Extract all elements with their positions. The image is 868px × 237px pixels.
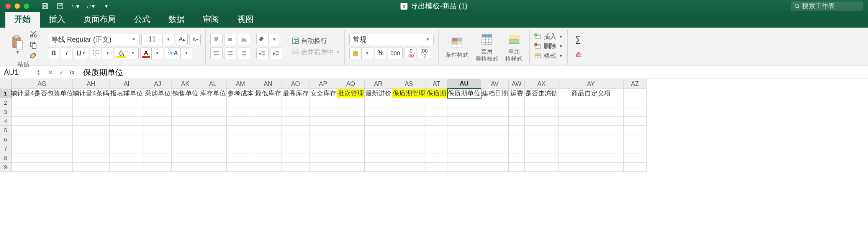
insert-cells-button[interactable]: 插入▼	[534, 32, 563, 41]
cell[interactable]	[624, 126, 647, 135]
italic-button[interactable]: I	[61, 48, 72, 59]
cell[interactable]	[481, 135, 509, 144]
formula-input[interactable]	[80, 68, 868, 77]
cell[interactable]	[558, 135, 624, 144]
row-header[interactable]: 7	[0, 144, 11, 153]
cell[interactable]	[144, 163, 172, 172]
cell[interactable]	[624, 144, 647, 153]
row-header[interactable]: 5	[0, 126, 11, 135]
cell[interactable]	[172, 144, 199, 153]
cell[interactable]	[199, 117, 227, 126]
cell[interactable]	[73, 135, 110, 144]
row-header[interactable]: 9	[0, 163, 11, 172]
cell[interactable]	[144, 107, 172, 117]
cell[interactable]	[172, 163, 199, 172]
cell[interactable]	[392, 126, 426, 135]
cell[interactable]	[426, 117, 447, 126]
cell[interactable]	[481, 163, 509, 172]
cell[interactable]	[110, 126, 144, 135]
cell[interactable]: 建档日期	[481, 89, 509, 98]
cell[interactable]: 是否走冻链	[525, 89, 558, 98]
column-header[interactable]: AR	[365, 79, 392, 89]
increase-font-button[interactable]: A▴	[176, 34, 188, 45]
cell[interactable]	[509, 144, 525, 153]
redo-icon[interactable]: ▾	[87, 2, 95, 10]
cell[interactable]	[624, 98, 647, 107]
tab-formulas[interactable]: 公式	[125, 11, 159, 28]
row-header[interactable]: 8	[0, 153, 11, 163]
cell[interactable]	[254, 107, 282, 117]
cell[interactable]	[365, 107, 392, 117]
column-header[interactable]: AK	[172, 79, 199, 89]
cell[interactable]: 保质期	[426, 89, 447, 98]
cell[interactable]	[337, 163, 365, 172]
cell[interactable]	[199, 126, 227, 135]
cell[interactable]	[282, 144, 310, 153]
cell[interactable]	[447, 144, 481, 153]
cell[interactable]	[337, 153, 365, 163]
cell[interactable]	[392, 98, 426, 107]
cell[interactable]	[481, 117, 509, 126]
cell[interactable]	[144, 135, 172, 144]
cell[interactable]	[227, 153, 254, 163]
cell[interactable]	[624, 163, 647, 172]
cell[interactable]	[310, 98, 337, 107]
cell[interactable]	[525, 107, 558, 117]
cell[interactable]	[11, 117, 73, 126]
wrap-text-button[interactable]: 自动换行	[292, 36, 340, 45]
cell[interactable]	[447, 107, 481, 117]
name-box[interactable]: AU1 ▲▼	[0, 66, 42, 79]
row-header[interactable]: 6	[0, 135, 11, 144]
cell[interactable]	[227, 144, 254, 153]
font-size-select[interactable]: 11▼	[141, 34, 174, 45]
cut-icon[interactable]	[29, 30, 38, 38]
cell[interactable]: 安全库存	[310, 89, 337, 98]
fill-color-button[interactable]: ▼	[115, 48, 139, 59]
cell[interactable]	[509, 117, 525, 126]
cell[interactable]	[426, 163, 447, 172]
save-icon[interactable]	[41, 2, 49, 10]
cell[interactable]: 最高库存	[282, 89, 310, 98]
cell[interactable]	[337, 107, 365, 117]
cell[interactable]	[310, 107, 337, 117]
cell[interactable]	[254, 163, 282, 172]
cell[interactable]	[310, 126, 337, 135]
bold-button[interactable]: B	[48, 48, 59, 59]
cell[interactable]	[392, 163, 426, 172]
align-left-button[interactable]	[210, 48, 223, 59]
cell[interactable]	[199, 98, 227, 107]
cell[interactable]	[310, 163, 337, 172]
cell[interactable]	[525, 153, 558, 163]
cell[interactable]	[110, 107, 144, 117]
cell[interactable]	[624, 107, 647, 117]
cell[interactable]	[558, 126, 624, 135]
cell[interactable]	[282, 153, 310, 163]
cell[interactable]	[11, 98, 73, 107]
cell[interactable]	[558, 153, 624, 163]
cell[interactable]	[481, 153, 509, 163]
cell[interactable]	[558, 107, 624, 117]
cell[interactable]	[525, 126, 558, 135]
cell[interactable]: 批次管理	[337, 89, 365, 98]
cell[interactable]	[73, 163, 110, 172]
cell[interactable]	[365, 153, 392, 163]
cell[interactable]	[144, 126, 172, 135]
align-center-button[interactable]	[224, 48, 236, 59]
cell[interactable]	[199, 163, 227, 172]
cell[interactable]	[447, 126, 481, 135]
cell[interactable]	[144, 98, 172, 107]
increase-indent-button[interactable]	[270, 48, 282, 59]
cell[interactable]	[254, 117, 282, 126]
cell[interactable]	[11, 153, 73, 163]
cell[interactable]	[481, 107, 509, 117]
cell[interactable]	[426, 126, 447, 135]
orientation-button[interactable]: ab▼	[256, 34, 280, 45]
align-bottom-button[interactable]	[238, 34, 250, 45]
format-as-table-button[interactable]: 套用 表格格式	[473, 32, 501, 63]
column-header[interactable]: AG	[11, 79, 73, 89]
tab-data[interactable]: 数据	[159, 11, 194, 28]
cell[interactable]	[509, 135, 525, 144]
cell[interactable]	[11, 107, 73, 117]
cell[interactable]	[558, 117, 624, 126]
cell[interactable]	[337, 135, 365, 144]
